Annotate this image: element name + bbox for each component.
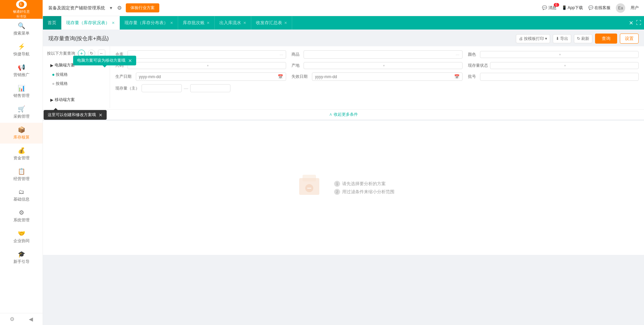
trial-button[interactable]: 体验行业方案 bbox=[126, 3, 159, 12]
sidebar-item-label: 资金管理 bbox=[13, 155, 30, 161]
online-support-btn[interactable]: 💬 在线客服 bbox=[588, 5, 610, 11]
settings-icon[interactable]: ⚙ bbox=[117, 5, 122, 11]
newuser-icon: 🎓 bbox=[18, 251, 25, 258]
app-download-btn[interactable]: 📱 App下载 bbox=[562, 5, 583, 11]
warehouse-input-field[interactable] bbox=[130, 52, 279, 57]
tab-close-icon[interactable]: ✕ bbox=[284, 21, 287, 25]
prod-date-field[interactable] bbox=[139, 74, 278, 79]
search-button[interactable]: 查询 bbox=[595, 34, 617, 44]
chevron-right-icon: ▶ bbox=[50, 98, 53, 102]
tab-close-icon[interactable]: ✕ bbox=[207, 21, 210, 25]
sidebar-item-finance[interactable]: 💰 资金管理 bbox=[0, 144, 43, 164]
print-template-button[interactable]: 🖨 按模板打印 ▾ bbox=[516, 34, 550, 43]
sidebar: 6 畅通好生意 标准版 🔍 搜索菜单 ⚡ 快捷导航 📢 营销推广 📊 销售管理 … bbox=[0, 0, 43, 325]
chevron-right-icon: ▶ bbox=[50, 63, 53, 68]
tab-close-icon[interactable]: ✕ bbox=[170, 21, 173, 25]
tab-close-all-icon[interactable]: ✕ bbox=[629, 20, 633, 26]
sidebar-item-system[interactable]: ⚙ 系统管理 bbox=[0, 206, 43, 226]
footer-settings-icon[interactable]: ⚙ bbox=[10, 316, 14, 322]
empty-tip-2: 2 用过滤条件来缩小分析范围 bbox=[334, 189, 394, 195]
sidebar-item-marketing[interactable]: 📢 营销推广 bbox=[0, 60, 43, 81]
sidebar-item-sales[interactable]: 📊 销售管理 bbox=[0, 81, 43, 102]
tab-inventory-status[interactable]: 现存量（库存状况表） ✕ bbox=[61, 16, 120, 30]
product-input-field[interactable] bbox=[307, 52, 455, 57]
size-field: 尺码 ▾ bbox=[115, 62, 286, 69]
tab-close-icon[interactable]: ✕ bbox=[243, 21, 246, 25]
batch-no-input-field[interactable] bbox=[483, 74, 636, 79]
scheme-item-guige2[interactable]: 按规格 bbox=[47, 79, 110, 88]
calendar-icon[interactable]: 📅 bbox=[278, 74, 283, 79]
size-dropdown[interactable]: ▾ bbox=[127, 62, 286, 69]
tab-maximize-icon[interactable]: ⛶ bbox=[636, 20, 641, 26]
sidebar-item-enterprise[interactable]: 🤝 企业协同 bbox=[0, 226, 43, 247]
empty-tip-1: 1 请先选择要分析的方案 bbox=[334, 181, 394, 187]
inventory-status-field: 现存量状态 ▾ bbox=[468, 62, 639, 69]
scheme-mobile-header[interactable]: ▶ 移动端方案 bbox=[47, 95, 110, 105]
sidebar-item-label: 快捷导航 bbox=[13, 51, 30, 57]
tab-close-icon[interactable]: ✕ bbox=[112, 21, 115, 25]
inventory-status-dropdown[interactable]: ▾ bbox=[490, 62, 639, 69]
avatar[interactable]: Ea bbox=[616, 3, 625, 13]
calendar-icon[interactable]: 📅 bbox=[454, 74, 460, 79]
sidebar-item-purchase[interactable]: 🛒 采购管理 bbox=[0, 102, 43, 123]
inventory-main-from[interactable] bbox=[142, 84, 182, 92]
tooltip-create-close[interactable]: ✕ bbox=[99, 112, 103, 118]
sidebar-logo: 6 畅通好生意 标准版 bbox=[0, 0, 43, 19]
footer-collapse-icon[interactable]: ◀ bbox=[29, 316, 33, 322]
logo-sub: 标准版 bbox=[16, 14, 26, 19]
sidebar-item-inventory[interactable]: 📦 库存核算 bbox=[0, 123, 43, 144]
expiry-date-label: 失效日期 bbox=[291, 74, 310, 79]
color-label: 颜色 bbox=[468, 52, 478, 57]
chevron-down-icon: ▾ bbox=[564, 64, 636, 67]
product-input[interactable]: ··· bbox=[304, 50, 462, 59]
tab-inventory-dist[interactable]: 现存量（库存分布表） ✕ bbox=[120, 16, 178, 30]
prod-date-input[interactable]: 📅 bbox=[136, 72, 286, 81]
chevron-down-icon: ▾ bbox=[207, 64, 283, 67]
prod-date-label: 生产日期 bbox=[115, 74, 134, 79]
sidebar-item-search[interactable]: 🔍 搜索菜单 bbox=[0, 19, 43, 40]
expiry-date-field: 失效日期 📅 bbox=[291, 72, 462, 81]
tab-inventory-dist-label: 现存量（库存分布表） bbox=[124, 20, 168, 26]
sidebar-item-basic[interactable]: 🗂 基础信息 bbox=[0, 185, 43, 206]
tab-home[interactable]: 首页 bbox=[43, 16, 61, 30]
prod-date-field: 生产日期 📅 bbox=[115, 72, 286, 81]
chevron-down-icon: ▾ bbox=[545, 36, 547, 41]
tab-recv-summary-label: 收发存汇总表 bbox=[256, 20, 282, 26]
sidebar-item-quick-nav[interactable]: ⚡ 快捷导航 bbox=[0, 40, 43, 60]
range-separator: — bbox=[184, 86, 188, 91]
quick-nav-icon: ⚡ bbox=[18, 43, 25, 50]
product-label: 商品 bbox=[291, 52, 302, 57]
expiry-date-input[interactable]: 📅 bbox=[312, 72, 462, 81]
batch-no-label: 批号 bbox=[468, 74, 478, 79]
refresh-button[interactable]: ↻ 刷新 bbox=[574, 34, 592, 43]
inventory-icon: 📦 bbox=[18, 126, 25, 133]
sidebar-item-operations[interactable]: 📋 经营管理 bbox=[0, 164, 43, 185]
sidebar-nav: 🔍 搜索菜单 ⚡ 快捷导航 📢 营销推广 📊 销售管理 🛒 采购管理 📦 库存核… bbox=[0, 19, 43, 313]
header-left: 装备及固定资产辅助管理系统 ▼ ⚙ 体验行业方案 bbox=[48, 3, 159, 12]
notif-badge: 6 bbox=[554, 3, 559, 7]
tab-batch-ledger[interactable]: 库存批次账 ✕ bbox=[178, 16, 215, 30]
collapse-button[interactable]: ∧ 收起更多条件 bbox=[43, 109, 644, 119]
origin-dropdown[interactable]: ▾ bbox=[304, 62, 462, 69]
notification-btn[interactable]: 💬 消息 6 bbox=[542, 5, 556, 11]
tip-num-1: 1 bbox=[334, 181, 340, 187]
scheme-item-guige1[interactable]: 按规格 bbox=[47, 70, 110, 79]
dot-icon bbox=[52, 74, 54, 76]
filter-row-1: 仓库 ··· 商品 ··· bbox=[115, 50, 639, 59]
product-dots-icon[interactable]: ··· bbox=[456, 52, 460, 57]
setting-button[interactable]: 设置 bbox=[620, 34, 639, 44]
expiry-date-field[interactable] bbox=[315, 74, 454, 79]
tooltip-scheme-close[interactable]: ✕ bbox=[128, 58, 132, 63]
tab-recv-summary[interactable]: 收发存汇总表 ✕ bbox=[251, 16, 292, 30]
inventory-main-to[interactable] bbox=[190, 84, 230, 92]
batch-no-input[interactable] bbox=[480, 73, 639, 81]
sidebar-item-newuser[interactable]: 🎓 新手引导 bbox=[0, 247, 43, 268]
top-header: 装备及固定资产辅助管理系统 ▼ ⚙ 体验行业方案 💬 消息 6 📱 App下载 … bbox=[43, 0, 644, 16]
page-actions: 🖨 按模板打印 ▾ ⬇ 导出 ↻ 刷新 查询 设置 bbox=[516, 34, 639, 44]
system-dropdown[interactable]: ▼ bbox=[109, 6, 113, 10]
warehouse-dots-icon[interactable]: ··· bbox=[279, 52, 283, 57]
tab-inout-flow[interactable]: 出入库流水 ✕ bbox=[215, 16, 251, 30]
warehouse-input[interactable]: ··· bbox=[127, 50, 286, 59]
export-button[interactable]: ⬇ 导出 bbox=[553, 34, 571, 43]
color-dropdown[interactable]: ▾ bbox=[480, 51, 639, 58]
